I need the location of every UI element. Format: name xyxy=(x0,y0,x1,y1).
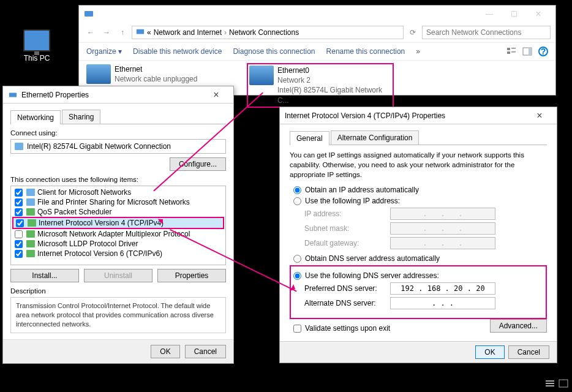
item-checkbox[interactable] xyxy=(15,189,23,197)
list-item[interactable]: Client for Microsoft Networks xyxy=(12,187,224,197)
maximize-button[interactable]: ☐ xyxy=(502,6,526,23)
adapter-field: Intel(R) 82574L Gigabit Network Connecti… xyxy=(10,139,226,154)
protocol-icon xyxy=(26,240,35,247)
minimize-button[interactable]: — xyxy=(477,6,502,23)
ethernet0-properties-dialog: Ethernet0 Properties × Networking Sharin… xyxy=(2,86,234,364)
tabs: General Alternate Configuration xyxy=(290,130,547,145)
radio-static-ip[interactable]: Use the following IP address: xyxy=(293,197,547,205)
overflow-button[interactable]: » xyxy=(416,47,420,56)
breadcrumb-segment[interactable]: Network and Internet xyxy=(154,28,222,37)
radio-auto-dns[interactable]: Obtain DNS server address automatically xyxy=(293,254,547,263)
network-adapter-icon xyxy=(15,143,23,150)
tabs: Networking Sharing xyxy=(10,110,226,124)
properties-button[interactable]: Properties xyxy=(157,269,226,282)
dialog-title: Internet Protocol Version 4 (TCP/IPv4) P… xyxy=(285,111,527,120)
network-adapter-icon xyxy=(86,64,111,84)
ipv4-properties-dialog: Internet Protocol Version 4 (TCP/IPv4) P… xyxy=(279,107,557,363)
list-item[interactable]: Microsoft Network Adapter Multiplexor Pr… xyxy=(12,229,224,239)
preferred-dns-field[interactable]: Preferred DNS server:192 . 168 . 20 . 20 xyxy=(304,282,544,295)
item-checkbox[interactable] xyxy=(16,219,24,227)
svg-rect-4 xyxy=(511,48,516,49)
list-item[interactable]: Internet Protocol Version 6 (TCP/IPv6) xyxy=(12,249,224,258)
command-bar: Organize ▾ Disable this network device D… xyxy=(79,42,555,61)
close-button[interactable]: × xyxy=(204,86,228,104)
items-list[interactable]: Client for Microsoft Networks File and P… xyxy=(10,186,226,265)
tab-general[interactable]: General xyxy=(290,131,329,145)
alternate-dns-field[interactable]: Alternate DNS server:. . . xyxy=(304,297,544,309)
svg-rect-0 xyxy=(85,11,93,17)
tab-sharing[interactable]: Sharing xyxy=(62,110,100,124)
this-pc-desktop-icon[interactable]: This PC xyxy=(18,29,55,62)
alternate-dns-input[interactable]: . . . xyxy=(390,297,495,309)
svg-rect-12 xyxy=(559,380,568,387)
svg-rect-3 xyxy=(507,51,510,54)
tab-alternate[interactable]: Alternate Configuration xyxy=(331,130,420,145)
radio-auto-ip[interactable]: Obtain an IP address automatically xyxy=(293,186,547,194)
description-label: Description xyxy=(10,287,226,295)
uninstall-button[interactable]: Uninstall xyxy=(84,269,152,282)
rename-button[interactable]: Rename this connection xyxy=(326,47,405,56)
monitor-icon xyxy=(23,29,50,51)
details-pane-button[interactable] xyxy=(522,47,532,56)
cancel-button[interactable]: Cancel xyxy=(508,345,549,359)
back-button[interactable]: ← xyxy=(84,26,97,39)
breadcrumb[interactable]: « Network and Internet › Network Connect… xyxy=(132,26,404,39)
item-checkbox[interactable] xyxy=(15,198,23,206)
intro-text: You can get IP settings assigned automat… xyxy=(290,150,547,179)
protocol-icon xyxy=(26,208,35,216)
item-checkbox[interactable] xyxy=(15,208,23,216)
organize-button[interactable]: Organize ▾ xyxy=(86,47,122,56)
window-title: Network Connections xyxy=(97,10,477,18)
ip-address-field: IP address:. . . xyxy=(304,208,547,220)
address-bar: ← → ↑ « Network and Internet › Network C… xyxy=(79,23,555,42)
this-pc-label: This PC xyxy=(18,54,55,62)
svg-rect-7 xyxy=(529,48,532,55)
preferred-dns-input[interactable]: 192 . 168 . 20 . 20 xyxy=(390,282,495,295)
list-view-icon[interactable] xyxy=(545,379,555,388)
ok-button[interactable]: OK xyxy=(475,345,504,359)
svg-rect-1 xyxy=(137,29,144,34)
dialog-titlebar: Internet Protocol Version 4 (TCP/IPv4) P… xyxy=(280,107,557,124)
details-view-icon[interactable] xyxy=(559,379,568,388)
breadcrumb-segment[interactable]: Network Connections xyxy=(229,28,299,37)
control-panel-icon xyxy=(136,28,145,38)
svg-rect-2 xyxy=(507,48,510,50)
ok-button[interactable]: OK xyxy=(151,345,179,358)
protocol-icon xyxy=(26,250,35,257)
search-input[interactable] xyxy=(422,26,551,39)
forward-button[interactable]: → xyxy=(100,26,113,39)
description-text: Transmission Control Protocol/Internet P… xyxy=(10,297,226,333)
list-item-ipv4[interactable]: Internet Protocol Version 4 (TCP/IPv4) xyxy=(12,217,224,229)
connect-using-label: Connect using: xyxy=(10,129,226,137)
list-item[interactable]: File and Printer Sharing for Microsoft N… xyxy=(12,197,224,207)
disable-device-button[interactable]: Disable this network device xyxy=(133,47,222,56)
help-button[interactable]: ? xyxy=(538,47,548,56)
item-checkbox[interactable] xyxy=(15,230,23,238)
item-checkbox[interactable] xyxy=(15,240,23,248)
protocol-icon xyxy=(26,230,35,238)
view-button[interactable] xyxy=(506,47,516,56)
dialog-title: Ethernet0 Properties xyxy=(21,91,204,99)
connection-item-ethernet0[interactable]: Ethernet0 Network 2 Intel(R) 82574L Giga… xyxy=(247,63,394,108)
cancel-button[interactable]: Cancel xyxy=(185,345,226,358)
items-label: This connection uses the following items… xyxy=(10,176,226,183)
close-button[interactable]: × xyxy=(527,107,552,124)
network-adapter-icon xyxy=(249,66,274,85)
radio-static-dns[interactable]: Use the following DNS server addresses: xyxy=(293,271,544,280)
close-button[interactable]: × xyxy=(526,6,551,23)
list-item[interactable]: QoS Packet Scheduler xyxy=(12,207,224,217)
install-button[interactable]: Install... xyxy=(10,269,79,282)
svg-rect-5 xyxy=(511,51,516,53)
network-connections-window: Network Connections — ☐ × ← → ↑ « Networ… xyxy=(78,5,556,96)
diagnose-button[interactable]: Diagnose this connection xyxy=(233,47,315,56)
client-icon xyxy=(26,189,35,196)
item-checkbox[interactable] xyxy=(15,250,23,258)
view-palette xyxy=(545,379,568,388)
advanced-button[interactable]: Advanced... xyxy=(490,319,547,333)
dns-group-highlight: Use the following DNS server addresses: … xyxy=(290,265,547,319)
refresh-button[interactable]: ⟳ xyxy=(406,26,420,39)
svg-rect-9 xyxy=(546,380,554,382)
tab-networking[interactable]: Networking xyxy=(10,110,61,124)
up-button[interactable]: ↑ xyxy=(116,26,129,39)
service-icon xyxy=(26,198,35,206)
